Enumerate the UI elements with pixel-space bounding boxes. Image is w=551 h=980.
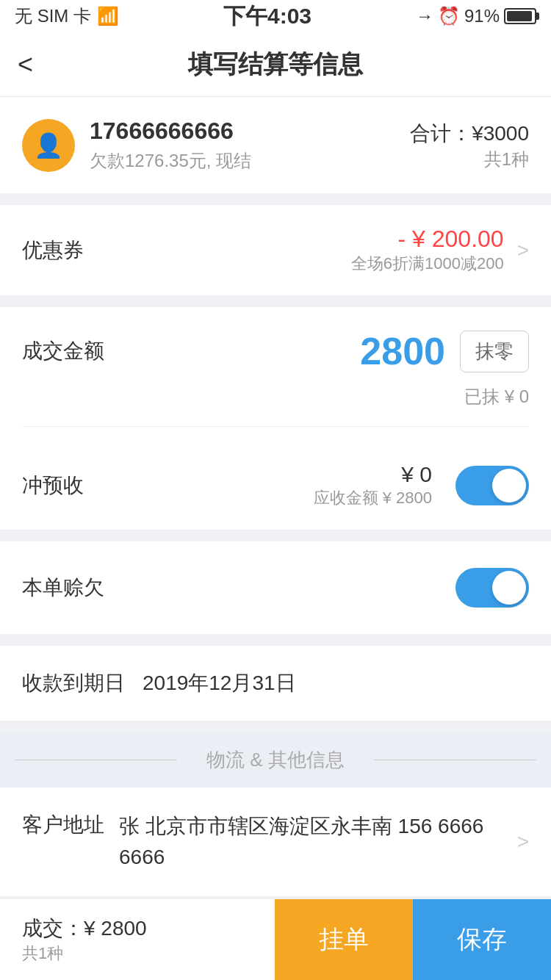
prepay-amount-block: ¥ 0 应收金额 ¥ 2800 — [314, 462, 432, 509]
prepay-toggle[interactable] — [455, 466, 529, 505]
due-date-value: 2019年12月31日 — [143, 669, 296, 697]
address-arrow-icon: > — [517, 830, 529, 854]
user-debt: 欠款1276.35元, 现结 — [90, 149, 251, 173]
alarm-icon: ⏰ — [438, 6, 460, 26]
avatar-char: 👤 — [34, 131, 63, 159]
status-left: 无 SIM 卡 📶 — [15, 4, 119, 28]
deal-amount-value: 2800 — [360, 329, 445, 373]
user-count: 共1种 — [410, 148, 529, 171]
deal-right: 2800 抹零 — [360, 329, 529, 373]
battery-icon — [504, 8, 536, 24]
user-card: 👤 17666666666 欠款1276.35元, 现结 合计：¥3000 共1… — [0, 97, 551, 193]
status-time: 下午4:03 — [223, 1, 311, 32]
location-icon: → — [416, 6, 433, 26]
user-avatar: 👤 — [22, 119, 75, 172]
user-total-label: 合计： — [410, 122, 472, 145]
battery-percent: 91% — [464, 6, 500, 26]
coupon-arrow-icon: > — [517, 239, 529, 262]
bottom-summary: 成交：¥ 2800 共1种 — [0, 915, 275, 965]
prepay-sub: 应收金额 ¥ 2800 — [314, 487, 432, 509]
wifi-icon: 📶 — [97, 6, 119, 26]
carrier-text: 无 SIM 卡 — [15, 4, 91, 28]
debt-section: 本单赊欠 — [0, 541, 551, 634]
due-date-label: 收款到期日 — [22, 669, 125, 697]
divider-line-left — [15, 760, 177, 760]
coupon-row[interactable]: 优惠券 - ¥ 200.00 全场6折满1000减200 > — [0, 205, 551, 295]
coupon-right: - ¥ 200.00 全场6折满1000减200 > — [351, 226, 529, 275]
prepay-container: 冲预收 ¥ 0 应收金额 ¥ 2800 — [22, 427, 529, 530]
prepay-amount: ¥ 0 — [314, 462, 432, 487]
address-value: 张 北京市市辖区海淀区永丰南 156 6666 6666 — [119, 811, 510, 873]
bottom-deal-label: 成交： — [22, 917, 84, 940]
user-info: 17666666666 欠款1276.35元, 现结 — [90, 118, 251, 173]
coupon-discount: - ¥ 200.00 — [351, 226, 504, 253]
debt-label: 本单赊欠 — [22, 574, 104, 602]
main-content: 👤 17666666666 欠款1276.35元, 现结 合计：¥3000 共1… — [0, 97, 551, 980]
save-button[interactable]: 保存 — [413, 899, 551, 980]
prepay-label: 冲预收 — [22, 472, 84, 500]
coupon-desc: 全场6折满1000减200 — [351, 253, 504, 275]
deal-amount-label: 成交金额 — [22, 337, 104, 365]
address-label: 客户地址 — [22, 811, 104, 839]
user-total-amount: ¥3000 — [472, 122, 529, 145]
user-right: 合计：¥3000 共1种 — [410, 120, 529, 171]
prepay-row: 冲预收 ¥ 0 应收金额 ¥ 2800 — [22, 442, 529, 515]
user-phone: 17666666666 — [90, 118, 251, 145]
address-row[interactable]: 客户地址 张 北京市市辖区海淀区永丰南 156 6666 6666 > — [22, 788, 529, 896]
deal-sub-text: 已抹 ¥ 0 — [22, 385, 529, 426]
deal-amount-row: 成交金额 2800 抹零 — [22, 307, 529, 385]
coupon-label: 优惠券 — [22, 237, 84, 264]
deal-section: 成交金额 2800 抹零 已抹 ¥ 0 冲预收 ¥ 0 应收金额 ¥ 2800 — [0, 307, 551, 530]
address-section: 客户地址 张 北京市市辖区海淀区永丰南 156 6666 6666 > — [0, 788, 551, 896]
nav-bar: < 填写结算等信息 — [0, 32, 551, 97]
deal-amount-container: 成交金额 2800 抹零 已抹 ¥ 0 — [22, 307, 529, 426]
status-bar: 无 SIM 卡 📶 下午4:03 → ⏰ 91% — [0, 0, 551, 32]
hang-button[interactable]: 挂单 — [275, 899, 413, 980]
round-zero-button[interactable]: 抹零 — [460, 331, 529, 372]
debt-row: 本单赊欠 — [22, 541, 529, 634]
bottom-bar: 成交：¥ 2800 共1种 挂单 保存 — [0, 899, 551, 980]
user-left: 👤 17666666666 欠款1276.35元, 现结 — [22, 118, 251, 173]
back-button[interactable]: < — [18, 49, 33, 80]
due-date-row: 收款到期日 2019年12月31日 — [0, 646, 551, 721]
divider-line-right — [374, 760, 536, 760]
coupon-info: - ¥ 200.00 全场6折满1000减200 — [351, 226, 504, 275]
debt-toggle[interactable] — [455, 568, 529, 608]
prepay-right: ¥ 0 应收金额 ¥ 2800 — [314, 462, 529, 509]
divider-text: 物流 & 其他信息 — [192, 747, 359, 773]
bottom-deal-amount: ¥ 2800 — [84, 917, 147, 940]
logistics-divider: 物流 & 其他信息 — [0, 732, 551, 788]
bottom-deal: 成交：¥ 2800 — [22, 915, 253, 943]
bottom-count: 共1种 — [22, 943, 253, 965]
status-right: → ⏰ 91% — [416, 6, 536, 26]
user-total: 合计：¥3000 — [410, 120, 529, 148]
page-title: 填写结算等信息 — [188, 48, 363, 82]
